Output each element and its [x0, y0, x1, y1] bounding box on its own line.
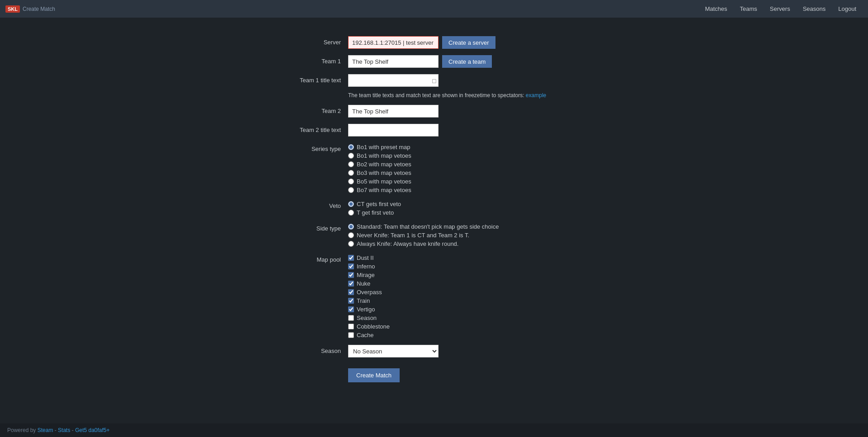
map-cache-checkbox[interactable] — [348, 332, 354, 338]
side-standard[interactable]: Standard: Team that doesn't pick map get… — [348, 223, 499, 230]
veto-options: CT gets first veto T get first veto — [348, 200, 401, 216]
series-bo7-vetoes-radio[interactable] — [348, 187, 354, 193]
map-inferno[interactable]: Inferno — [348, 263, 390, 270]
team1-title-control: ◻ The team title texts and match text ar… — [348, 74, 592, 99]
submit-control: Create Match — [348, 364, 592, 382]
season-control: No Season Season 1 Season 2 — [348, 345, 592, 357]
team2-input[interactable] — [348, 105, 439, 117]
team2-title-input[interactable] — [348, 124, 439, 136]
map-pool-options: Dust II Inferno Mirage Nuke — [348, 254, 390, 338]
series-bo2-vetoes-radio[interactable] — [348, 161, 354, 167]
team2-label: Team 2 — [276, 105, 348, 114]
map-season-checkbox[interactable] — [348, 315, 354, 321]
nav-teams[interactable]: Teams — [734, 0, 764, 18]
footer-steam-link[interactable]: Steam — [38, 427, 53, 433]
side-standard-radio[interactable] — [348, 224, 354, 230]
map-season[interactable]: Season — [348, 315, 390, 321]
server-input[interactable] — [348, 36, 439, 49]
map-cobblestone[interactable]: Cobblestone — [348, 323, 390, 330]
team1-title-input[interactable] — [348, 74, 439, 87]
team1-title-label: Team 1 title text — [276, 74, 348, 84]
map-overpass[interactable]: Overpass — [348, 289, 390, 296]
submit-row: Create Match — [276, 364, 592, 382]
brand: SKL Create Match — [5, 5, 55, 13]
map-vertigo[interactable]: Vertigo — [348, 306, 390, 313]
team1-row: Team 1 Create a team — [276, 55, 592, 68]
map-overpass-checkbox[interactable] — [348, 289, 354, 295]
map-cobblestone-checkbox[interactable] — [348, 324, 354, 329]
side-always-knife[interactable]: Always Knife: Always have knife round. — [348, 240, 499, 247]
team2-row: Team 2 — [276, 105, 592, 117]
map-mirage-checkbox[interactable] — [348, 272, 354, 278]
map-pool-control: Dust II Inferno Mirage Nuke — [348, 254, 592, 338]
nav-seasons[interactable]: Seasons — [797, 0, 832, 18]
map-vertigo-checkbox[interactable] — [348, 306, 354, 312]
nav-matches[interactable]: Matches — [698, 0, 733, 18]
navbar: SKL Create Match Matches Teams Servers S… — [0, 0, 868, 18]
side-never-knife[interactable]: Never Knife: Team 1 is CT and Team 2 is … — [348, 232, 499, 239]
side-always-knife-radio[interactable] — [348, 241, 354, 247]
create-team-button[interactable]: Create a team — [442, 55, 492, 68]
server-row: Server Create a server — [276, 36, 592, 49]
server-label: Server — [276, 36, 348, 46]
team1-title-clear-btn[interactable]: ◻ — [432, 77, 437, 84]
brand-text: Create Match — [23, 6, 55, 12]
veto-ct-first-radio[interactable] — [348, 201, 354, 207]
example-link[interactable]: example — [526, 92, 546, 99]
side-type-control: Standard: Team that doesn't pick map get… — [348, 222, 592, 247]
create-server-button[interactable]: Create a server — [442, 36, 495, 49]
footer-stats-link[interactable]: Stats — [58, 427, 70, 433]
map-train-checkbox[interactable] — [348, 298, 354, 304]
veto-ct-first[interactable]: CT gets first veto — [348, 201, 401, 207]
map-cache[interactable]: Cache — [348, 332, 390, 338]
team2-title-row: Team 2 title text — [276, 124, 592, 136]
season-select[interactable]: No Season Season 1 Season 2 — [348, 345, 439, 357]
series-type-label: Series type — [276, 143, 348, 152]
map-inferno-checkbox[interactable] — [348, 263, 354, 269]
series-bo5-vetoes[interactable]: Bo5 with map vetoes — [348, 178, 411, 185]
series-bo1-vetoes[interactable]: Bo1 with map vetoes — [348, 152, 411, 159]
series-bo3-vetoes-radio[interactable] — [348, 170, 354, 176]
series-bo1-vetoes-radio[interactable] — [348, 153, 354, 159]
create-match-button[interactable]: Create Match — [348, 368, 400, 382]
nav-logout[interactable]: Logout — [832, 0, 863, 18]
team2-title-control — [348, 124, 592, 136]
footer-powered-by: Powered by — [7, 427, 36, 433]
main-content: Server Create a server Team 1 Create a t… — [0, 0, 868, 416]
nav-servers[interactable]: Servers — [764, 0, 797, 18]
side-never-knife-radio[interactable] — [348, 232, 354, 238]
side-type-label: Side type — [276, 222, 348, 232]
season-label: Season — [276, 345, 348, 354]
team2-control — [348, 105, 592, 117]
veto-t-first-radio[interactable] — [348, 210, 354, 216]
series-bo1-preset[interactable]: Bo1 with preset map — [348, 144, 411, 150]
team1-title-row: Team 1 title text ◻ The team title texts… — [276, 74, 592, 99]
form-container: Server Create a server Team 1 Create a t… — [276, 27, 592, 398]
footer: Powered by Steam - Stats - Get5 da0faf5+ — [0, 423, 868, 437]
series-bo7-vetoes[interactable]: Bo7 with map vetoes — [348, 187, 411, 193]
team1-input[interactable] — [348, 55, 439, 68]
footer-get5-link[interactable]: Get5 da0faf5+ — [75, 427, 109, 433]
map-pool-label: Map pool — [276, 254, 348, 263]
map-mirage[interactable]: Mirage — [348, 272, 390, 278]
map-pool-row: Map pool Dust II Inferno Mirage — [276, 254, 592, 338]
team2-title-label: Team 2 title text — [276, 124, 348, 133]
team1-label: Team 1 — [276, 55, 348, 65]
series-bo3-vetoes[interactable]: Bo3 with map vetoes — [348, 169, 411, 176]
team1-title-helper: The team title texts and match text are … — [348, 92, 546, 99]
map-train[interactable]: Train — [348, 297, 390, 304]
map-nuke-checkbox[interactable] — [348, 281, 354, 287]
map-dust2[interactable]: Dust II — [348, 254, 390, 261]
map-dust2-checkbox[interactable] — [348, 255, 354, 261]
series-bo2-vetoes[interactable]: Bo2 with map vetoes — [348, 161, 411, 168]
veto-row: Veto CT gets first veto T get first veto — [276, 200, 592, 216]
series-type-row: Series type Bo1 with preset map Bo1 with… — [276, 143, 592, 193]
map-nuke[interactable]: Nuke — [348, 280, 390, 287]
veto-t-first[interactable]: T get first veto — [348, 209, 401, 216]
veto-label: Veto — [276, 200, 348, 209]
team1-title-input-wrapper: ◻ — [348, 74, 439, 87]
series-type-control: Bo1 with preset map Bo1 with map vetoes … — [348, 143, 592, 193]
team1-control: Create a team — [348, 55, 592, 68]
series-bo1-preset-radio[interactable] — [348, 144, 354, 150]
series-bo5-vetoes-radio[interactable] — [348, 179, 354, 184]
